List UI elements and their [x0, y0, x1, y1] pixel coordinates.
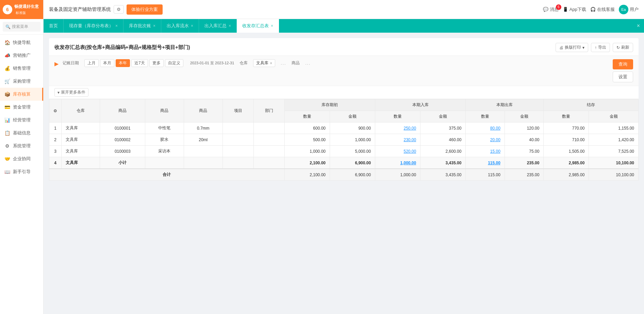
sidebar-item-label: 基础信息: [13, 130, 31, 136]
row-in-qty: 520.00: [375, 146, 420, 157]
footer-out-qty: 115.00: [466, 169, 505, 181]
settings-gear-button[interactable]: ⚙: [114, 5, 124, 14]
sidebar-item-system[interactable]: ⚙ 系统管理: [0, 139, 43, 152]
tab-close-icon[interactable]: ×: [115, 23, 118, 28]
tab-close-icon[interactable]: ×: [153, 23, 155, 28]
print-button[interactable]: 🖨 换版打印 ▾: [556, 43, 588, 52]
table-row: 3 文具库 0100003 采访本 1,000.00 5,000.00 520.…: [49, 146, 639, 157]
th-closing-qty: 数量: [544, 111, 589, 122]
column-settings-icon[interactable]: ⚙: [53, 109, 57, 113]
export-button[interactable]: ↑ 导出: [591, 43, 610, 52]
logo-text: 畅捷通好生意: [14, 4, 39, 10]
row-goods-code: 0100001: [100, 122, 145, 134]
warehouse-more-button[interactable]: ...: [281, 61, 286, 66]
sidebar-item-label: 新手引导: [13, 169, 31, 175]
th-group-out: 本期出库: [466, 99, 544, 111]
subtotal-in-amt: 3,435.00: [420, 157, 466, 169]
tab-inout-flow[interactable]: 出入库流水 ×: [161, 19, 199, 33]
app-download-item[interactable]: 📱 App下载: [563, 6, 586, 13]
date-btn-this-month[interactable]: 本月: [100, 59, 114, 67]
row-out-amt: 120.00: [505, 122, 544, 134]
tab-stock-summary[interactable]: 收发存汇总表 ×: [237, 19, 279, 33]
th-opening-qty: 数量: [284, 111, 330, 122]
user-avatar-item[interactable]: Ea 用户: [619, 5, 639, 14]
filter-content: 记账日期 上月 本月 本年 近7天 更多 自定义 2023-01-01 至 20…: [63, 59, 609, 69]
tab-bar-close-button[interactable]: ×: [633, 23, 644, 29]
sidebar-item-marketing[interactable]: 📣 营销推广: [0, 49, 43, 62]
tab-inout-summary[interactable]: 出入库汇总 ×: [199, 19, 237, 33]
row-no: 1: [49, 122, 62, 134]
row-goods-code: 0100002: [100, 134, 145, 146]
date-btn-custom[interactable]: 自定义: [165, 59, 183, 67]
sidebar-search-area[interactable]: 🔍 搜索菜单: [0, 19, 43, 35]
subtotal-empty4: [253, 157, 284, 169]
date-btn-more[interactable]: 更多: [149, 59, 164, 67]
row-closing-qty: 1,505.00: [544, 146, 589, 157]
refresh-icon: ↻: [616, 45, 620, 50]
marketing-icon: 📣: [4, 53, 10, 58]
footer-opening-amt: 6,900.00: [330, 169, 375, 181]
sidebar-item-finance[interactable]: 💳 资金管理: [0, 101, 43, 114]
sidebar-item-label: 经营管理: [13, 117, 31, 123]
top-header: 装备及固定资产辅助管理系统 ⚙ 体验行业方案 💬 消息 6 📱 App下载 🎧 …: [44, 0, 644, 19]
finance-icon: 💳: [4, 104, 10, 110]
sidebar-item-label: 快捷导航: [13, 39, 31, 46]
subtotal-opening-amt: 6,900.00: [330, 157, 375, 169]
th-out-amt: 金额: [505, 111, 544, 122]
row-opening-amt: 900.00: [330, 122, 375, 134]
logo-text-block: 畅捷通好生意 标准版: [14, 4, 39, 16]
tab-batch-ledger[interactable]: 库存批次账 ×: [123, 19, 161, 33]
search-menu-button[interactable]: 🔍 搜索菜单: [3, 22, 40, 32]
goods-more-button[interactable]: ...: [305, 61, 311, 66]
th-settings[interactable]: ⚙: [49, 99, 62, 122]
subtotal-label: 小计: [100, 157, 145, 169]
sidebar-item-guide[interactable]: 📖 新手引导: [0, 165, 43, 178]
sidebar-logo: 6 畅捷通好生意 标准版: [0, 0, 43, 19]
date-label: 记账日期: [63, 60, 79, 66]
subtotal-closing-amt: 10,100.00: [589, 157, 639, 169]
query-button[interactable]: 查询: [613, 59, 633, 69]
expand-conditions-button[interactable]: ▾ 展开更多条件: [54, 88, 88, 97]
row-project: [223, 146, 254, 157]
date-btn-7days[interactable]: 近7天: [131, 59, 148, 67]
sidebar-item-quick-nav[interactable]: 🏠 快捷导航: [0, 36, 43, 49]
sidebar-item-purchase[interactable]: 🛒 采购管理: [0, 75, 43, 88]
filter-settings-button[interactable]: 设置: [613, 71, 633, 82]
row-opening-qty: 1,000.00: [284, 146, 330, 157]
th-out-qty: 数量: [466, 111, 505, 122]
tab-close-icon-active[interactable]: ×: [271, 23, 273, 28]
sidebar: 6 畅捷通好生意 标准版 🔍 搜索菜单 🏠 快捷导航 📣 营销推广 💰 销售管理…: [0, 0, 44, 314]
row-no: 2: [49, 134, 62, 146]
date-btn-this-year[interactable]: 本年: [116, 59, 130, 67]
tab-close-icon[interactable]: ×: [191, 23, 193, 28]
message-icon-item[interactable]: 💬 消息 6: [543, 6, 559, 13]
row-warehouse: 文具库: [62, 122, 100, 134]
footer-closing-qty: 2,985.00: [544, 169, 589, 181]
tab-home[interactable]: 首页: [44, 19, 64, 33]
row-out-amt: 40.00: [505, 134, 544, 146]
refresh-button[interactable]: ↻ 刷新: [613, 43, 633, 52]
export-icon: ↑: [595, 45, 597, 50]
sidebar-item-basic-info[interactable]: 📋 基础信息: [0, 127, 43, 139]
online-service-item[interactable]: 🎧 在线客服: [590, 6, 615, 13]
row-goods-name: 胶水: [145, 134, 184, 146]
tab-close-icon[interactable]: ×: [229, 23, 231, 28]
row-opening-amt: 5,000.00: [330, 146, 375, 157]
row-warehouse: 文具库: [62, 146, 100, 157]
logo-tag: 标准版: [14, 10, 27, 16]
date-btn-last-month[interactable]: 上月: [84, 59, 99, 67]
tab-inventory-distribution[interactable]: 现存量（库存分布表） ×: [64, 19, 123, 33]
warehouse-remove-button[interactable]: ×: [270, 61, 272, 66]
goods-label: 商品: [292, 60, 300, 66]
warehouse-tag: 文具库 ×: [253, 59, 275, 67]
th-group-closing: 结存: [544, 99, 639, 111]
chevron-down-icon: ▾: [582, 45, 584, 50]
sidebar-item-enterprise[interactable]: 🤝 企业协同: [0, 152, 43, 165]
sidebar-item-operations[interactable]: 📊 经营管理: [0, 114, 43, 127]
sidebar-item-sales[interactable]: 💰 销售管理: [0, 62, 43, 75]
filter-collapse-button[interactable]: ▶: [54, 61, 59, 67]
sidebar-item-inventory[interactable]: 📦 库存核算: [0, 88, 43, 101]
row-warehouse: 文具库: [62, 134, 100, 146]
experience-button[interactable]: 体验行业方案: [127, 4, 163, 15]
subtotal-empty1: [145, 157, 184, 169]
